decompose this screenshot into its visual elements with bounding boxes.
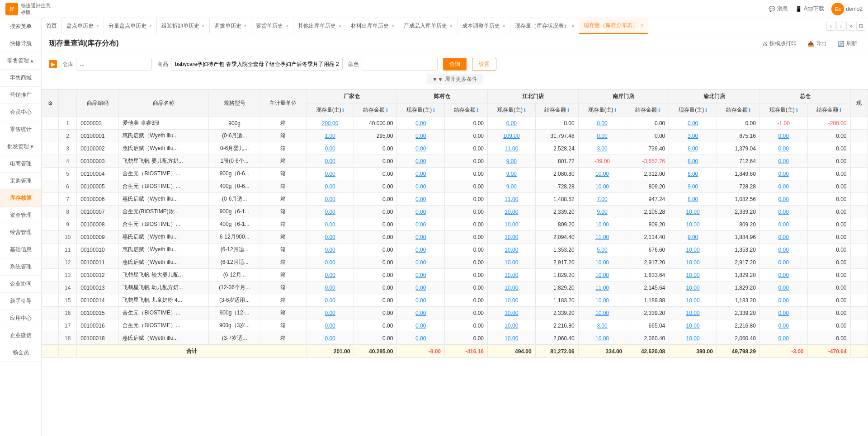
tab-requisition[interactable]: 要货单历史 × <box>251 18 293 34</box>
tab-stocktake-history[interactable]: 盘点单历史 × <box>62 18 104 34</box>
message-icon: 💬 <box>769 6 775 12</box>
message-btn[interactable]: 💬 消息 <box>769 5 788 13</box>
settings-button[interactable]: 设置 <box>472 58 496 70</box>
sidebar-item-retail-shop[interactable]: 零售商城 <box>0 70 41 87</box>
sidebar-item-purchase[interactable]: 采购管理 <box>0 173 41 190</box>
sidebar-item-retail-stats[interactable]: 零售统计 <box>0 121 41 138</box>
tab-close-10[interactable]: × <box>572 23 575 28</box>
sidebar-item-search[interactable]: 搜索英单 <box>0 18 41 35</box>
tabs-close-all-btn[interactable]: × <box>846 22 855 31</box>
top-bar: 好 畅捷通好生意 标版 💬 消息 📱 App下载 Ea demo2 <box>0 0 868 18</box>
top-bar-left: 好 畅捷通好生意 标版 <box>5 2 51 15</box>
inventory-table: ⚙ 商品编码 商品名称 规格型号 主计量单位 厂家仓 陈村仓 江北门店 南岸门店… <box>42 89 868 358</box>
sidebar-item-retail[interactable]: 零售管理 ▲ <box>0 52 41 70</box>
th-warehouse5: 渝北门店 <box>669 90 760 103</box>
user-profile[interactable]: Ea demo2 <box>831 3 863 15</box>
tab-stock-status[interactable]: 现存量（库存状况表） × <box>510 18 580 34</box>
search-button[interactable]: 查询 <box>443 58 467 70</box>
tab-close-5[interactable]: × <box>286 23 288 28</box>
th-w2-stock: 现存量(主) <box>397 103 445 117</box>
tab-material-outbound[interactable]: 材料出库单历史 × <box>346 18 399 34</box>
warehouse-input[interactable] <box>76 58 152 70</box>
tab-close-6[interactable]: × <box>339 23 341 28</box>
filter-collapse-btn[interactable]: ▶ <box>49 60 57 68</box>
tab-other-outbound[interactable]: 其他出库单历史 × <box>293 18 346 34</box>
sidebar-item-member[interactable]: 会员中心 <box>0 104 41 121</box>
print-icon: 🖨 <box>762 41 768 47</box>
table-row: 1100100010惠氏启赋（Wyeth illu...(6-12月适...箱0… <box>42 244 868 256</box>
tabs-prev-btn[interactable]: ‹ <box>826 22 835 31</box>
sidebar: 搜索英单 快捷导航 零售管理 ▲ 零售商城 营销推广 会员中心 零售统计 批发管… <box>0 18 42 436</box>
export-icon: 📤 <box>807 41 814 47</box>
tabs-next-btn[interactable]: › <box>836 22 845 31</box>
page-title: 现存量查询(库存分布) <box>49 39 119 48</box>
th-w3-stock: 现存量(主) <box>488 103 536 117</box>
filter-expand-row: ▼▼ 展开更多条件 <box>49 74 861 84</box>
expand-more-btn[interactable]: ▼▼ 展开更多条件 <box>427 74 483 84</box>
filter-row: ▶ 仓库 商品 颜色 查询 设置 <box>49 58 861 70</box>
sidebar-item-basic-info[interactable]: 基础信息 <box>0 241 41 258</box>
footer-row: 合计201.0040,295.00-8.00-416.16494.0081,27… <box>42 345 868 358</box>
sidebar-item-guide[interactable]: 新手引导 <box>0 293 41 310</box>
table-row: 1800100018惠氏启赋（Wyeth illu...(3-7岁适...箱0.… <box>42 332 868 345</box>
export-btn[interactable]: 📤 导出 <box>804 38 830 49</box>
th-warehouse-total: 总仓 <box>760 90 850 103</box>
tab-close-4[interactable]: × <box>244 23 247 28</box>
th-w4-amt: 结存金额 <box>626 103 669 117</box>
sidebar-item-app-center[interactable]: 应用中心 <box>0 310 41 327</box>
sidebar-item-operation[interactable]: 经营管理 <box>0 224 41 241</box>
sidebar-item-inventory[interactable]: 库存核算 <box>0 190 41 207</box>
sidebar-item-system[interactable]: 系统管理 <box>0 258 41 276</box>
th-w1-stock: 现存量(主) <box>306 103 354 117</box>
tab-close-7[interactable]: × <box>392 23 394 28</box>
th-row-num <box>59 90 77 117</box>
table-row: 800100007合生元(BIOSTIME)浓...900g（6-1...箱0.… <box>42 206 868 218</box>
table-container[interactable]: ⚙ 商品编码 商品名称 规格型号 主计量单位 厂家仓 陈村仓 江北门店 南岸门店… <box>42 89 868 436</box>
user-avatar-text: Ea <box>835 6 841 12</box>
tab-stock-dist[interactable]: 现存量（库存分布表） × <box>579 18 648 34</box>
refresh-btn[interactable]: 🔄 刷新 <box>834 38 861 49</box>
sidebar-item-member2[interactable]: 畅会员 <box>0 344 41 361</box>
tabs-expand-btn[interactable]: ⊞ <box>856 22 865 31</box>
tab-close-2[interactable]: × <box>149 23 152 28</box>
sidebar-item-wechat[interactable]: 企业微信 <box>0 327 41 344</box>
sidebar-item-marketing[interactable]: 营销推广 <box>0 87 41 104</box>
tab-home[interactable]: 首页 <box>42 18 62 34</box>
logo-area: 好 畅捷通好生意 标版 <box>5 2 51 15</box>
table-row: 200100001惠氏启赋（Wyeth illu...(0-6月适...箱1.0… <box>42 130 868 142</box>
th-warehouse4: 南岸门店 <box>578 90 669 103</box>
tab-close-1[interactable]: × <box>96 23 99 28</box>
tab-close-3[interactable]: × <box>202 23 205 28</box>
tab-assemble[interactable]: 组装拆卸单历史 × <box>157 18 210 34</box>
th-spec: 规格型号 <box>209 90 260 117</box>
table-row: 1000100009惠氏启赋（Wyeth illu...6-12月900...箱… <box>42 231 868 244</box>
tab-close-11[interactable]: × <box>641 23 643 28</box>
filter-warehouse: 仓库 <box>62 58 152 70</box>
sidebar-item-wholesale[interactable]: 批发管理 ▼ <box>0 138 41 155</box>
th-wt-amt: 结存金额 <box>807 103 850 117</box>
sidebar-item-finance[interactable]: 资金管理 <box>0 207 41 224</box>
tab-cost-adjust[interactable]: 成本调整单历史 × <box>458 18 510 34</box>
th-w4-stock: 现存量(主) <box>578 103 626 117</box>
th-product-name: 商品名称 <box>119 90 209 117</box>
tab-product-inbound[interactable]: 产成品入库单历史 × <box>399 18 458 34</box>
tab-close-8[interactable]: × <box>450 23 453 28</box>
filter-color: 颜色 <box>348 58 438 70</box>
logo-icon: 好 <box>5 3 18 15</box>
main-content: 首页 盘点单历史 × 分量盘点单历史 × 组装拆卸单历史 × 调拨单历史 × <box>42 18 868 436</box>
tab-partial-stocktake[interactable]: 分量盘点单历史 × <box>104 18 157 34</box>
user-avatar: Ea <box>831 3 844 15</box>
tab-transfer[interactable]: 调拨单历史 × <box>210 18 252 34</box>
print-btn[interactable]: 🖨 按模版打印 <box>759 38 800 49</box>
product-input[interactable] <box>171 58 343 70</box>
sidebar-item-nav[interactable]: 快捷导航 <box>0 35 41 52</box>
sidebar-item-ecommerce[interactable]: 电商管理 <box>0 155 41 173</box>
th-w3-amt: 结存金额 <box>535 103 578 117</box>
filter-area: ▶ 仓库 商品 颜色 查询 设置 ▼▼ 展开更多 <box>42 53 868 89</box>
table-row: 10000003爱他美 卓睿3段900g箱200.0040,000.000.00… <box>42 117 868 130</box>
th-settings[interactable]: ⚙ <box>42 90 59 117</box>
color-input[interactable] <box>362 58 438 70</box>
sidebar-item-enterprise[interactable]: 企业协同 <box>0 276 41 293</box>
tab-close-9[interactable]: × <box>503 23 505 28</box>
app-download-btn[interactable]: 📱 App下载 <box>795 5 824 13</box>
